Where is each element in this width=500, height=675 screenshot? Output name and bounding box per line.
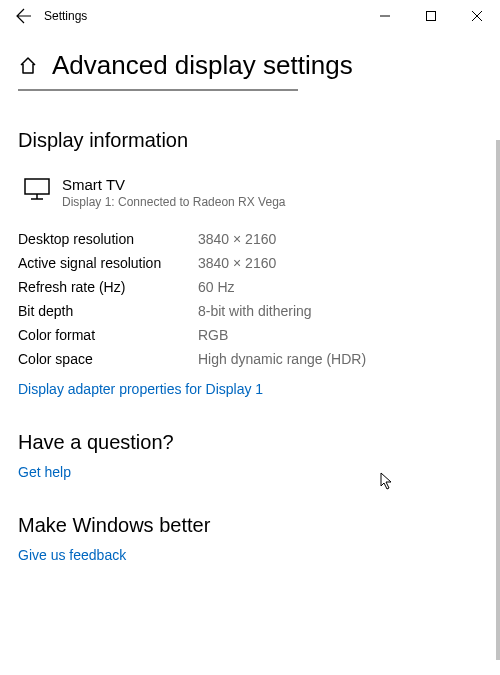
page-title: Advanced display settings — [52, 50, 353, 81]
back-button[interactable] — [8, 8, 40, 24]
value-color-format: RGB — [198, 327, 228, 343]
svg-rect-1 — [25, 179, 49, 194]
label-desktop-resolution: Desktop resolution — [18, 231, 198, 247]
label-refresh-rate: Refresh rate (Hz) — [18, 279, 198, 295]
row-active-signal: Active signal resolution 3840 × 2160 — [18, 251, 482, 275]
value-bit-depth: 8-bit with dithering — [198, 303, 312, 319]
home-button[interactable] — [18, 56, 38, 76]
label-color-space: Color space — [18, 351, 198, 367]
window-controls — [362, 0, 500, 32]
svg-rect-0 — [427, 12, 436, 21]
label-bit-depth: Bit depth — [18, 303, 198, 319]
row-color-format: Color format RGB — [18, 323, 482, 347]
label-color-format: Color format — [18, 327, 198, 343]
value-active-signal: 3840 × 2160 — [198, 255, 276, 271]
feedback-link[interactable]: Give us feedback — [18, 547, 126, 563]
row-bit-depth: Bit depth 8-bit with dithering — [18, 299, 482, 323]
value-refresh-rate: 60 Hz — [198, 279, 235, 295]
home-icon — [18, 56, 38, 76]
minimize-icon — [380, 11, 390, 21]
adapter-properties-link[interactable]: Display adapter properties for Display 1 — [18, 381, 263, 397]
row-desktop-resolution: Desktop resolution 3840 × 2160 — [18, 227, 482, 251]
maximize-icon — [426, 11, 436, 21]
value-color-space: High dynamic range (HDR) — [198, 351, 366, 367]
window-title: Settings — [44, 9, 87, 23]
value-desktop-resolution: 3840 × 2160 — [198, 231, 276, 247]
get-help-link[interactable]: Get help — [18, 464, 71, 480]
section-feedback: Make Windows better — [18, 514, 482, 537]
scrollbar[interactable] — [496, 140, 500, 660]
close-button[interactable] — [454, 0, 500, 32]
row-refresh-rate: Refresh rate (Hz) 60 Hz — [18, 275, 482, 299]
device-name: Smart TV — [62, 176, 285, 193]
titlebar: Settings — [0, 0, 500, 32]
device-text: Smart TV Display 1: Connected to Radeon … — [62, 176, 285, 209]
monitor-icon — [24, 178, 50, 203]
page-header: Advanced display settings — [0, 32, 500, 89]
section-question: Have a question? — [18, 431, 482, 454]
content: Display information Smart TV Display 1: … — [0, 91, 500, 563]
row-color-space: Color space High dynamic range (HDR) — [18, 347, 482, 371]
display-device: Smart TV Display 1: Connected to Radeon … — [18, 176, 482, 209]
arrow-left-icon — [16, 8, 32, 24]
maximize-button[interactable] — [408, 0, 454, 32]
close-icon — [472, 11, 482, 21]
label-active-signal: Active signal resolution — [18, 255, 198, 271]
device-subtitle: Display 1: Connected to Radeon RX Vega — [62, 195, 285, 209]
section-display-info: Display information — [18, 129, 482, 152]
minimize-button[interactable] — [362, 0, 408, 32]
